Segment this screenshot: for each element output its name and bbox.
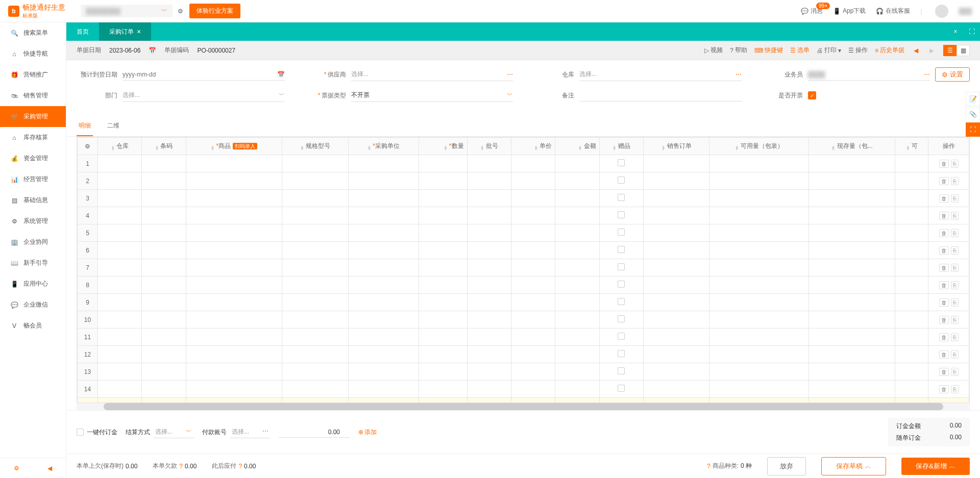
- select-order-link[interactable]: ☰ 选单: [790, 46, 810, 55]
- card-view-button[interactable]: ▦: [957, 45, 970, 56]
- trial-button[interactable]: 体验行业方案: [189, 4, 240, 18]
- delete-icon[interactable]: 🗑: [939, 194, 949, 203]
- gift-checkbox[interactable]: [618, 229, 625, 236]
- close-icon[interactable]: ×: [137, 28, 141, 36]
- gift-checkbox[interactable]: [618, 315, 625, 322]
- delete-icon[interactable]: 🗑: [939, 385, 949, 393]
- sidebar-item-8[interactable]: ▤基础信息: [0, 190, 66, 211]
- delete-icon[interactable]: 🗑: [939, 212, 949, 220]
- collapse-icon[interactable]: ◀: [47, 465, 52, 472]
- copy-icon[interactable]: ⎘: [951, 316, 959, 324]
- copy-icon[interactable]: ⎘: [951, 229, 959, 237]
- delete-icon[interactable]: 🗑: [939, 316, 949, 324]
- remark-input[interactable]: [579, 90, 742, 102]
- table-row[interactable]: 9🗑⎘: [78, 294, 969, 311]
- sidebar-item-0[interactable]: 🔍搜索菜单: [0, 22, 66, 43]
- delete-icon[interactable]: 🗑: [939, 368, 949, 376]
- add-payment-button[interactable]: ⊕ 添加: [358, 428, 377, 437]
- online-service-link[interactable]: 🎧 在线客服: [876, 7, 910, 15]
- print-link[interactable]: 🖨 打印 ▾: [817, 46, 841, 55]
- sidebar-item-14[interactable]: V畅会员: [0, 315, 66, 336]
- save-new-button[interactable]: 保存&新增 ︿: [901, 458, 970, 475]
- sidebar-item-12[interactable]: 📱应用中心: [0, 273, 66, 294]
- col-header-3[interactable]: ▲▼规格型号: [282, 138, 349, 155]
- copy-icon[interactable]: ⎘: [951, 246, 959, 255]
- rail-note-icon[interactable]: 📝: [966, 92, 980, 106]
- table-row[interactable]: 6🗑⎘: [78, 242, 969, 259]
- gift-checkbox[interactable]: [618, 211, 625, 218]
- table-row[interactable]: 2🗑⎘: [78, 172, 969, 190]
- sidebar-item-7[interactable]: 📊经营管理: [0, 169, 66, 190]
- copy-icon[interactable]: ⎘: [951, 212, 959, 220]
- chevron-down-icon[interactable]: ﹀: [279, 91, 285, 99]
- payment-amount-input[interactable]: 0.00: [279, 427, 350, 438]
- delete-icon[interactable]: 🗑: [939, 229, 949, 237]
- tab-close-all[interactable]: ×: [947, 22, 964, 41]
- dept-select[interactable]: 选择... ﹀: [122, 89, 285, 102]
- copy-icon[interactable]: ⎘: [951, 350, 959, 359]
- delete-icon[interactable]: 🗑: [939, 298, 949, 307]
- username[interactable]: ███: [959, 8, 972, 15]
- copy-icon[interactable]: ⎘: [951, 385, 959, 393]
- col-header-14[interactable]: 操作: [928, 138, 969, 155]
- col-header-7[interactable]: ▲▼单价: [511, 138, 555, 155]
- table-row[interactable]: 13🗑⎘: [78, 363, 969, 381]
- gift-checkbox[interactable]: [618, 350, 625, 357]
- settle-select[interactable]: 选择... ﹀: [153, 426, 194, 438]
- delete-icon[interactable]: 🗑: [939, 177, 949, 185]
- table-row[interactable]: 12🗑⎘: [78, 346, 969, 363]
- col-header-4[interactable]: ▲▼*采购单位: [348, 138, 419, 155]
- table-row[interactable]: 10🗑⎘: [78, 311, 969, 329]
- deposit-checkbox[interactable]: 一键付订金: [77, 428, 117, 437]
- copy-icon[interactable]: ⎘: [951, 281, 959, 289]
- save-draft-button[interactable]: 保存草稿 ︿: [821, 457, 886, 475]
- col-header-1[interactable]: ▲▼条码: [142, 138, 186, 155]
- copy-icon[interactable]: ⎘: [951, 298, 959, 307]
- app-download-link[interactable]: 📱 App下载: [833, 7, 866, 15]
- subtab-dimension[interactable]: 二维: [105, 116, 121, 136]
- gift-checkbox[interactable]: [618, 159, 625, 166]
- sidebar-item-2[interactable]: 🎁营销推广: [0, 64, 66, 85]
- col-header-9[interactable]: ▲▼赠品: [599, 138, 643, 155]
- gear-icon[interactable]: ⚙: [14, 465, 19, 472]
- sidebar-item-3[interactable]: 🛍销售管理: [0, 85, 66, 106]
- gift-checkbox[interactable]: [618, 263, 625, 270]
- col-header-13[interactable]: ▲▼可: [895, 138, 928, 155]
- col-header-5[interactable]: ▲▼*数量: [419, 138, 467, 155]
- rail-expand-icon[interactable]: ⛶: [966, 122, 980, 137]
- chevron-down-icon[interactable]: ﹀: [507, 91, 513, 99]
- table-row[interactable]: 14🗑⎘: [78, 381, 969, 398]
- calendar-icon[interactable]: 📅: [277, 71, 285, 78]
- rail-attach-icon[interactable]: 📎: [966, 107, 980, 121]
- col-header-0[interactable]: ▲▼仓库: [98, 138, 142, 155]
- sidebar-item-11[interactable]: 📖新手引导: [0, 253, 66, 273]
- delete-icon[interactable]: 🗑: [939, 246, 949, 255]
- fullscreen-icon[interactable]: ⛶: [964, 22, 980, 41]
- setting-button[interactable]: ⚙ 设置: [935, 67, 970, 82]
- gift-checkbox[interactable]: [618, 298, 625, 305]
- help-link[interactable]: ? 帮助: [730, 46, 747, 55]
- sidebar-item-6[interactable]: 💰资金管理: [0, 148, 66, 169]
- delete-icon[interactable]: 🗑: [939, 333, 949, 341]
- gift-checkbox[interactable]: [618, 177, 625, 184]
- copy-icon[interactable]: ⎘: [951, 194, 959, 203]
- supplier-select[interactable]: 选择... ⋯: [351, 68, 513, 81]
- delete-icon[interactable]: 🗑: [939, 350, 949, 359]
- gift-checkbox[interactable]: [618, 333, 625, 340]
- tab-home[interactable]: 首页: [66, 22, 99, 41]
- salesperson-select[interactable]: ████ ⋯: [808, 69, 930, 81]
- sidebar-item-1[interactable]: ⌂快捷导航: [0, 43, 66, 64]
- operate-link[interactable]: ☰ 操作: [848, 46, 868, 55]
- sidebar-item-10[interactable]: 🏢企业协同: [0, 232, 66, 253]
- video-link[interactable]: ▷ 视频: [704, 46, 723, 55]
- copy-icon[interactable]: ⎘: [951, 368, 959, 376]
- copy-icon[interactable]: ⎘: [951, 333, 959, 341]
- table-row[interactable]: 5🗑⎘: [78, 224, 969, 242]
- next-arrow-icon[interactable]: ▶: [927, 47, 936, 54]
- col-header-8[interactable]: ▲▼金额: [555, 138, 599, 155]
- copy-icon[interactable]: ⎘: [951, 264, 959, 272]
- tab-purchase-order[interactable]: 采购订单 ×: [99, 22, 151, 41]
- horizontal-scrollbar[interactable]: [77, 403, 970, 410]
- warehouse-select[interactable]: 选择... ⋯: [579, 68, 742, 81]
- settings-gear-icon[interactable]: ⚙: [178, 8, 183, 15]
